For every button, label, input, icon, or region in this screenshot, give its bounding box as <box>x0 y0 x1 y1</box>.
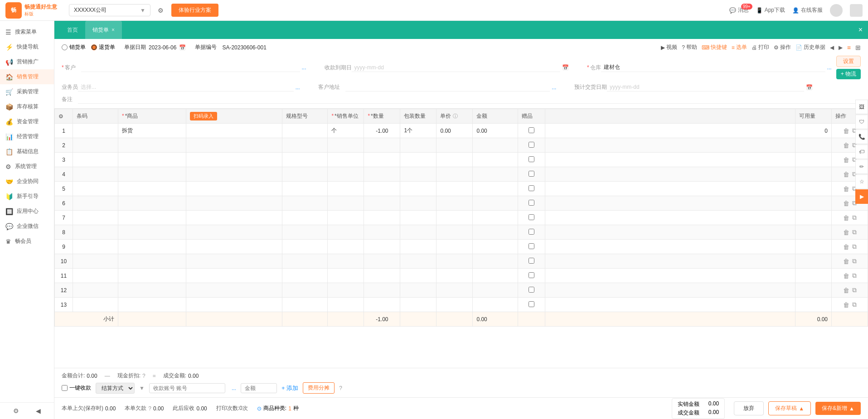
row-qty-4[interactable] <box>364 167 400 182</box>
delete-icon-5[interactable]: 🗑 <box>843 185 849 193</box>
row-barcode-5[interactable] <box>73 182 118 196</box>
copy-icon-11[interactable]: ⧉ <box>852 272 857 279</box>
row-gift-2[interactable] <box>518 138 545 153</box>
row-product-11[interactable] <box>118 269 186 283</box>
warehouse-dots-icon[interactable]: ... <box>827 64 832 71</box>
row-product-10[interactable] <box>118 254 186 269</box>
float-btn-edit[interactable]: ✏ <box>855 159 868 174</box>
spec-input-8[interactable] <box>286 229 324 236</box>
row-gift-3[interactable] <box>518 153 545 167</box>
gift-checkbox-5[interactable] <box>529 185 534 191</box>
view-grid-icon[interactable]: ⊞ <box>855 44 861 51</box>
radio-return-input[interactable] <box>91 44 97 50</box>
row-barcode-4[interactable] <box>73 167 118 182</box>
row-barcode-10[interactable] <box>73 254 118 269</box>
spec-input-7[interactable] <box>286 215 324 221</box>
barcode-input-9[interactable] <box>77 244 114 250</box>
row-price-7[interactable] <box>436 211 473 225</box>
row-gift-5[interactable] <box>518 182 545 196</box>
sidebar-collapse-icon[interactable]: ◀ <box>36 407 41 414</box>
radio-sales[interactable]: 销货单 <box>62 43 86 51</box>
sidebar-item-system[interactable]: ⚙ 系统管理 <box>0 159 54 174</box>
float-btn-img[interactable]: 🖼 <box>855 100 868 114</box>
row-spec-4[interactable] <box>282 167 328 182</box>
row-price-1[interactable]: 0.00 <box>436 124 473 138</box>
expected-date-calendar-icon[interactable]: 📅 <box>806 84 813 91</box>
row-spec-10[interactable] <box>282 254 328 269</box>
gift-checkbox-1[interactable] <box>529 127 534 133</box>
delete-icon-3[interactable]: 🗑 <box>843 156 849 164</box>
row-barcode-13[interactable] <box>73 298 118 312</box>
row-spec-2[interactable] <box>282 138 328 153</box>
app-download-button[interactable]: 📱 App下载 <box>756 6 785 14</box>
row-spec-8[interactable] <box>282 225 328 240</box>
row-qty-2[interactable] <box>364 138 400 153</box>
copy-icon-10[interactable]: ⧉ <box>852 257 857 265</box>
row-qty-9[interactable] <box>364 240 400 254</box>
sidebar-item-operations[interactable]: 📊 经营管理 <box>0 129 54 144</box>
row-gift-8[interactable] <box>518 225 545 240</box>
row-price-6[interactable] <box>436 196 473 211</box>
row-gift-11[interactable] <box>518 269 545 283</box>
gift-checkbox-4[interactable] <box>529 171 534 177</box>
nav-prev-icon[interactable]: ◀ <box>830 44 834 51</box>
spec-input-4[interactable] <box>286 171 324 178</box>
toolbar-help[interactable]: ? 帮助 <box>682 43 697 51</box>
product-type-link-icon[interactable]: ⊙ <box>257 405 262 412</box>
gift-checkbox-7[interactable] <box>529 214 534 220</box>
delete-icon-13[interactable]: 🗑 <box>843 301 849 308</box>
gift-checkbox-10[interactable] <box>529 258 534 264</box>
sidebar-item-base[interactable]: 📋 基础信息 <box>0 144 54 159</box>
row-product-9[interactable] <box>118 240 186 254</box>
row-spec-7[interactable] <box>282 211 328 225</box>
one-click-pay-label[interactable]: 一键收款 <box>62 384 91 392</box>
due-date-input[interactable] <box>352 63 561 72</box>
row-barcode-9[interactable] <box>73 240 118 254</box>
row-qty-1[interactable]: -1.00 <box>364 124 400 138</box>
float-btn-phone[interactable]: 📞 <box>855 130 868 144</box>
one-click-pay-checkbox[interactable] <box>62 385 68 391</box>
sidebar-item-search[interactable]: ☰ 搜索菜单 <box>0 24 54 39</box>
gift-checkbox-13[interactable] <box>529 301 534 307</box>
row-price-4[interactable] <box>436 167 473 182</box>
toolbar-print[interactable]: 🖨 打印 <box>752 43 769 51</box>
delete-icon-4[interactable]: 🗑 <box>843 171 849 178</box>
row-price-13[interactable] <box>436 298 473 312</box>
add-payment-button[interactable]: + 添加 <box>281 384 298 392</box>
row-barcode-3[interactable] <box>73 153 118 167</box>
row-qty-3[interactable] <box>364 153 400 167</box>
tab-home[interactable]: 首页 <box>60 21 85 39</box>
th-settings[interactable]: ⚙ <box>55 109 73 124</box>
salesperson-dots-icon[interactable]: ... <box>296 84 300 91</box>
row-barcode-2[interactable] <box>73 138 118 153</box>
row-spec-6[interactable] <box>282 196 328 211</box>
copy-icon-13[interactable]: ⧉ <box>852 301 857 308</box>
toolbar-operation[interactable]: ⚙ 操作 <box>774 43 791 51</box>
float-btn-orange[interactable]: ▶ <box>855 189 868 204</box>
toolbar-history[interactable]: 📄 历史单据 <box>795 43 825 51</box>
gift-checkbox-11[interactable] <box>529 272 534 278</box>
spec-input-5[interactable] <box>286 186 324 192</box>
radio-sales-input[interactable] <box>62 44 68 50</box>
spec-input-11[interactable] <box>286 273 324 279</box>
row-product-12[interactable] <box>118 283 186 298</box>
barcode-input-6[interactable] <box>77 200 114 207</box>
salesperson-input[interactable] <box>78 83 294 92</box>
message-button[interactable]: 💬 消息 99+ <box>729 6 749 14</box>
row-gift-13[interactable] <box>518 298 545 312</box>
tab-bar-close-icon[interactable]: × <box>858 26 863 34</box>
sidebar-item-quick-nav[interactable]: ⚡ 快捷导航 <box>0 39 54 54</box>
gift-checkbox-9[interactable] <box>529 243 534 249</box>
discard-button[interactable]: 放弃 <box>734 401 764 415</box>
row-qty-5[interactable] <box>364 182 400 196</box>
spec-input-2[interactable] <box>286 142 324 149</box>
float-btn-tag[interactable]: 🏷 <box>855 144 868 159</box>
expense-button[interactable]: 费用分摊 <box>303 382 335 394</box>
save-new-button[interactable]: 保存&新增 ▲ <box>815 402 861 415</box>
barcode-input-13[interactable] <box>77 302 114 308</box>
delete-icon-7[interactable]: 🗑 <box>843 214 849 222</box>
spec-input-6[interactable] <box>286 200 324 207</box>
copy-icon-8[interactable]: ⧉ <box>852 228 857 236</box>
delete-icon-2[interactable]: 🗑 <box>843 142 849 149</box>
warehouse-input[interactable] <box>601 63 825 72</box>
